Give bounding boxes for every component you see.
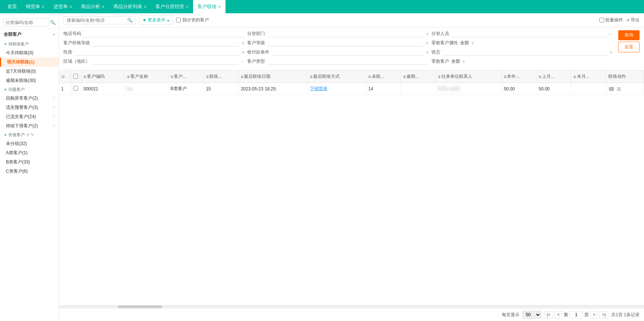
page-suffix: 页 [584, 312, 589, 318]
col-contact-count: ≡ 联络... [203, 70, 238, 83]
filter-payment: 收付款条件 ∨ [247, 49, 428, 56]
search-icon[interactable]: 🔍 [127, 18, 133, 23]
filter-customer-level-input[interactable] [267, 39, 423, 46]
scrollbar-area [59, 305, 644, 308]
sidebar-item-7days[interactable]: 近7天待联络(0) [0, 67, 59, 76]
retail-attr-chevron-icon: ∨ [471, 41, 474, 45]
close-purchase-order-icon[interactable]: ✕ [69, 5, 72, 9]
nav-customer-contact[interactable]: 客户联络 ✕ [193, 0, 225, 13]
row-type: B类客户 [168, 83, 203, 95]
col-this-month: ≡ 本月... [571, 70, 606, 83]
filter-phone-input[interactable] [83, 30, 244, 37]
filter-icon: ▼ [142, 18, 147, 23]
batch-op-checkbox[interactable] [599, 18, 604, 23]
prev-page-btn[interactable]: < [554, 311, 562, 318]
sidebar-item-repurchase-abnormal[interactable]: 回购异常客户(2) ? [0, 94, 59, 103]
contact-action-icon[interactable]: ☎ [608, 86, 615, 92]
filter-row-2: 客户价格等级 ∨ 客户等级 ∨ 零散客户属性 全部 ∨ [63, 39, 612, 46]
close-product-analysis-icon[interactable]: ✕ [102, 5, 105, 9]
select-all-checkbox[interactable] [73, 74, 78, 79]
close-customer-contact-icon[interactable]: ✕ [218, 5, 221, 9]
help-icon-2: ? [53, 106, 55, 110]
sidebar-search-area: 🔍 [0, 16, 59, 29]
content-area: 🔍 ▼ 更多条件 ▲ 我分管的客户 批量操作 ↗ 导出 [59, 13, 644, 321]
col-no-contact: ≡ 未联... [366, 70, 401, 83]
contact-method-link[interactable]: 下销货单 [310, 86, 328, 91]
sidebar-section-value: ▼ 价值客户 ↺ ✎ [0, 131, 59, 139]
nav-purchase-order[interactable]: 进货单 ✕ [49, 0, 77, 13]
sidebar-item-tomorrow[interactable]: 明天待联络(1) [0, 58, 59, 67]
filter-customer-level: 客户等级 ∨ [247, 39, 428, 46]
nav-product-analysis-list[interactable]: 商品分析列表 ✕ [109, 0, 151, 13]
gear-icon[interactable]: ⚙ [61, 74, 65, 79]
filter-region-input[interactable] [92, 58, 238, 65]
page-input[interactable] [570, 311, 583, 318]
sidebar-search-icon[interactable]: 🔍 [50, 20, 56, 25]
row-contact-person: 联系人姓名 [435, 83, 501, 95]
col-customer-type: ≡ 客户... [168, 70, 203, 83]
nav-customer-tier[interactable]: 客户分层经营 ✕ [151, 0, 193, 13]
help-icon-3: ? [53, 115, 55, 119]
row-code: 000021 [81, 83, 125, 95]
filter-customer-type: 客户类型 [247, 58, 428, 65]
nav-product-analysis[interactable]: 商品分析 ✕ [77, 0, 109, 13]
page-label: 第 [564, 312, 568, 318]
nav-sales-order[interactable]: 销货单 ✕ [21, 0, 49, 13]
settings-button[interactable]: 设置 [618, 42, 640, 52]
more-action-icon[interactable]: ⊞ [617, 86, 621, 92]
row-name: Ea [125, 83, 168, 95]
export-btn[interactable]: ↗ 导出 [626, 17, 640, 23]
filter-customer-type-input[interactable] [267, 58, 428, 65]
per-page-select[interactable]: 50 100 200 [522, 311, 541, 319]
filter-person-input[interactable] [451, 30, 606, 37]
row-action: ☎ ⊞ [606, 83, 644, 95]
my-customers-checkbox[interactable] [176, 18, 181, 23]
filter-nature: 性质 ∨ [63, 49, 244, 56]
filter-price-level-input[interactable] [92, 39, 239, 46]
row-select-checkbox[interactable] [73, 86, 78, 91]
toolbar: 🔍 ▼ 更多条件 ▲ 我分管的客户 批量操作 ↗ 导出 [59, 13, 644, 27]
retail-customer-chevron-icon: ∨ [462, 59, 465, 63]
sidebar-item-churn-warning[interactable]: 流失预警客户(3) ? [0, 103, 59, 112]
nature-chevron-icon: ∨ [242, 50, 244, 54]
filter-payment-input[interactable] [272, 49, 423, 56]
close-customer-tier-icon[interactable]: ✕ [186, 5, 189, 9]
filter-nature-input[interactable] [74, 49, 239, 56]
help-icon-4: ? [53, 124, 55, 128]
sidebar-item-churned[interactable]: 已流失客户(24) ? [0, 112, 59, 121]
filter-region: 区域（地区） ··· [63, 58, 244, 65]
sidebar-item-class-b[interactable]: B类客户(33) [0, 158, 59, 167]
first-page-btn[interactable]: |< [544, 311, 553, 318]
nav-home[interactable]: 首页 [3, 0, 21, 13]
filter-status-input[interactable] [442, 49, 608, 56]
sidebar-item-today[interactable]: 今天待联络(0) [0, 48, 59, 58]
sidebar-all-customers[interactable]: 全部客户 « [0, 29, 59, 40]
next-page-btn[interactable]: > [590, 311, 598, 318]
row-last-contact-method: 下销货单 [307, 83, 366, 95]
region-dots-icon: ··· [241, 59, 244, 64]
sidebar-item-overdue[interactable]: 逾期未联络(30) [0, 76, 59, 85]
filter-retail-attr: 零散客户属性 全部 ∨ [431, 40, 612, 46]
sidebar-item-class-a[interactable]: A类客户(1) [0, 148, 59, 158]
search-input[interactable] [67, 18, 126, 23]
filter-actions: 查询 设置 [618, 30, 640, 67]
row-last-month: 50.00 [536, 83, 571, 95]
footer: 每页显示 50 100 200 |< < 第 页 > >| 共1页 1条记录 [59, 308, 644, 321]
close-product-analysis-list-icon[interactable]: ✕ [144, 5, 147, 9]
row-contact-count: 15 [203, 83, 238, 95]
col-contact-person: ≡ 往来单位联系人 [435, 70, 501, 83]
sidebar-search-input[interactable] [3, 18, 49, 27]
triangle-icon: ▼ [4, 42, 7, 46]
sidebar-item-declining[interactable]: 持续下滑客户(2) ? [0, 121, 59, 131]
query-button[interactable]: 查询 [618, 30, 640, 40]
filter-more-btn[interactable]: ▼ 更多条件 ▲ [139, 15, 173, 25]
last-page-btn[interactable]: >| [599, 311, 608, 318]
batch-op-checkbox-label[interactable]: 批量操作 [599, 17, 623, 23]
my-customers-checkbox-label[interactable]: 我分管的客户 [176, 17, 209, 23]
close-sales-order-icon[interactable]: ✕ [42, 5, 45, 9]
row-index: 1 [59, 83, 71, 95]
filter-dept-input[interactable] [267, 30, 423, 37]
filter-dept: 分管部门 ∨ [247, 30, 428, 37]
sidebar-item-ungrouped[interactable]: 未分组(32) [0, 139, 59, 148]
sidebar-item-class-c[interactable]: C类客户(6) [0, 167, 59, 176]
